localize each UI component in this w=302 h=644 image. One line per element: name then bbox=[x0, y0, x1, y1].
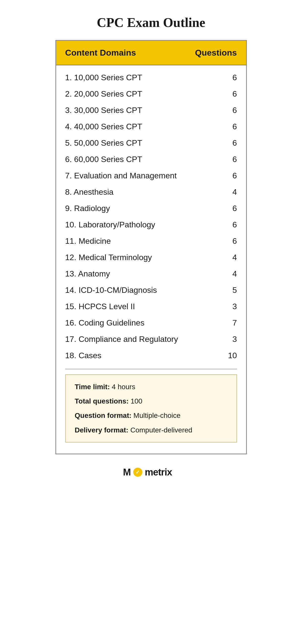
table-row: 10. Laboratory/Pathology 6 bbox=[56, 217, 246, 233]
row-count: 6 bbox=[227, 122, 237, 131]
delivery-format-label: Delivery format: bbox=[75, 426, 128, 434]
row-label: 6. 60,000 Series CPT bbox=[65, 155, 142, 164]
row-count: 6 bbox=[227, 171, 237, 180]
delivery-format-row: Delivery format: Computer-delivered bbox=[75, 425, 227, 435]
header-domains-label: Content Domains bbox=[65, 48, 136, 58]
table-header: Content Domains Questions bbox=[56, 41, 246, 65]
row-count: 4 bbox=[227, 253, 237, 262]
row-label: 8. Anesthesia bbox=[65, 187, 114, 197]
checkmark-icon: ✓ bbox=[133, 468, 142, 477]
time-limit-label: Time limit: bbox=[75, 383, 110, 391]
row-count: 6 bbox=[227, 236, 237, 246]
header-questions-label: Questions bbox=[195, 48, 237, 58]
row-label: 5. 50,000 Series CPT bbox=[65, 138, 142, 148]
table-row: 17. Compliance and Regulatory 3 bbox=[56, 331, 246, 347]
row-count: 6 bbox=[227, 73, 237, 82]
time-limit-row: Time limit: 4 hours bbox=[75, 382, 227, 392]
row-count: 6 bbox=[227, 89, 237, 99]
row-count: 6 bbox=[227, 204, 237, 213]
row-label: 3. 30,000 Series CPT bbox=[65, 106, 142, 115]
row-label: 4. 40,000 Series CPT bbox=[65, 122, 142, 131]
footer: M ✓ metrix bbox=[123, 467, 179, 478]
table-row: 7. Evaluation and Management 6 bbox=[56, 168, 246, 184]
row-count: 3 bbox=[227, 335, 237, 344]
table-row: 5. 50,000 Series CPT 6 bbox=[56, 135, 246, 151]
table-row: 8. Anesthesia 4 bbox=[56, 184, 246, 200]
row-label: 18. Cases bbox=[65, 351, 102, 360]
row-label: 14. ICD-10-CM/Diagnosis bbox=[65, 286, 157, 295]
table-row: 2. 20,000 Series CPT 6 bbox=[56, 86, 246, 102]
row-count: 6 bbox=[227, 138, 237, 148]
row-label: 2. 20,000 Series CPT bbox=[65, 89, 142, 99]
table-row: 9. Radiology 6 bbox=[56, 200, 246, 217]
row-label: 11. Medicine bbox=[65, 236, 111, 246]
row-label: 16. Coding Guidelines bbox=[65, 318, 145, 328]
table-row: 14. ICD-10-CM/Diagnosis 5 bbox=[56, 282, 246, 298]
page-title: CPC Exam Outline bbox=[97, 15, 205, 30]
row-label: 17. Compliance and Regulatory bbox=[65, 335, 178, 344]
row-label: 1. 10,000 Series CPT bbox=[65, 73, 142, 82]
row-count: 7 bbox=[227, 318, 237, 328]
table-row: 11. Medicine 6 bbox=[56, 233, 246, 249]
table-row: 15. HCPCS Level II 3 bbox=[56, 298, 246, 315]
table-row: 12. Medical Terminology 4 bbox=[56, 249, 246, 266]
row-count: 10 bbox=[227, 351, 237, 360]
total-questions-row: Total questions: 100 bbox=[75, 396, 227, 406]
row-count: 5 bbox=[227, 286, 237, 295]
table-row: 18. Cases 10 bbox=[56, 347, 246, 364]
table-row: 6. 60,000 Series CPT 6 bbox=[56, 151, 246, 168]
table-row: 4. 40,000 Series CPT 6 bbox=[56, 118, 246, 135]
info-box: Time limit: 4 hours Total questions: 100… bbox=[65, 374, 237, 442]
row-label: 15. HCPCS Level II bbox=[65, 302, 135, 311]
exam-outline-table: Content Domains Questions 1. 10,000 Seri… bbox=[55, 40, 247, 454]
brand-name-rest: metrix bbox=[145, 467, 172, 478]
table-row: 13. Anatomy 4 bbox=[56, 266, 246, 282]
row-label: 13. Anatomy bbox=[65, 269, 110, 278]
table-body: 1. 10,000 Series CPT 6 2. 20,000 Series … bbox=[56, 65, 246, 454]
table-row: 1. 10,000 Series CPT 6 bbox=[56, 69, 246, 86]
row-count: 4 bbox=[227, 187, 237, 197]
divider bbox=[65, 369, 237, 369]
row-count: 6 bbox=[227, 220, 237, 229]
row-label: 7. Evaluation and Management bbox=[65, 171, 177, 180]
question-format-label: Question format: bbox=[75, 412, 132, 419]
row-label: 12. Medical Terminology bbox=[65, 253, 152, 262]
brand-name: M bbox=[123, 467, 131, 478]
row-label: 10. Laboratory/Pathology bbox=[65, 220, 155, 229]
row-count: 4 bbox=[227, 269, 237, 278]
table-row: 3. 30,000 Series CPT 6 bbox=[56, 102, 246, 118]
question-format-row: Question format: Multiple-choice bbox=[75, 411, 227, 420]
row-count: 6 bbox=[227, 106, 237, 115]
total-questions-label: Total questions: bbox=[75, 397, 129, 405]
row-count: 3 bbox=[227, 302, 237, 311]
table-row: 16. Coding Guidelines 7 bbox=[56, 315, 246, 331]
row-count: 6 bbox=[227, 155, 237, 164]
row-label: 9. Radiology bbox=[65, 204, 110, 213]
